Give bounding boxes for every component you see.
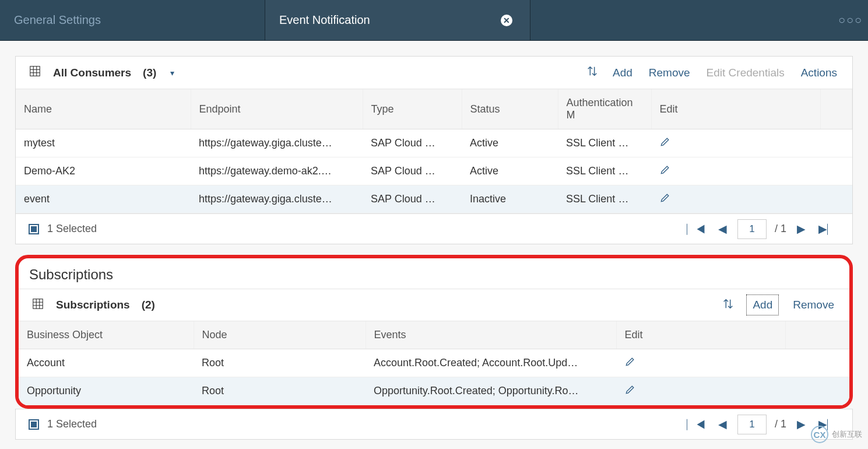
add-button[interactable]: Add (746, 294, 779, 315)
page-input[interactable] (737, 219, 767, 239)
col-bo[interactable]: Business Object (19, 321, 194, 349)
prev-page-icon[interactable]: ◀ (716, 222, 729, 236)
cell-status: Active (462, 157, 558, 185)
add-button[interactable]: Add (610, 63, 635, 83)
col-node[interactable]: Node (194, 321, 366, 349)
chevron-down-icon[interactable]: ▾ (170, 68, 174, 78)
cell-endpoint: https://gateway.giga.cluste… (191, 129, 363, 157)
table-row[interactable]: Demo-AK2 https://gateway.demo-ak2.… SAP … (16, 157, 852, 185)
cell-bo: Opportunity (19, 377, 194, 405)
subscriptions-count: (2) (142, 299, 155, 311)
tab-event-notification[interactable]: Event Notification ✕ (265, 0, 530, 40)
edit-icon[interactable] (659, 138, 671, 150)
col-edit[interactable]: Edit (616, 321, 785, 349)
table-row[interactable]: event https://gateway.giga.cluste… SAP C… (16, 185, 852, 213)
subscriptions-section-title: Subscriptions (19, 258, 849, 289)
cell-type: SAP Cloud … (363, 157, 462, 185)
page-total: / 1 (775, 418, 786, 430)
cell-auth: SSL Client … (558, 157, 651, 185)
next-page-icon[interactable]: ▶ (795, 222, 808, 236)
tab-empty (530, 0, 833, 40)
remove-button[interactable]: Remove (646, 63, 693, 83)
tab-bar: General Settings Event Notification ✕ ○○… (0, 0, 868, 41)
svg-rect-5 (33, 299, 43, 308)
logo-icon: CX (811, 426, 828, 443)
svg-rect-0 (30, 66, 40, 76)
cell-type: SAP Cloud … (363, 129, 462, 157)
sort-icon[interactable] (722, 297, 735, 313)
grid-icon[interactable] (31, 297, 44, 313)
page-total: / 1 (775, 223, 786, 235)
subscriptions-footer-panel: 1 Selected ⎸◀ ◀ / 1 ▶ ▶⎸ (15, 409, 853, 440)
col-events[interactable]: Events (366, 321, 616, 349)
cell-events: Account.Root.Created; Account.Root.Upd… (366, 349, 616, 377)
next-page-icon[interactable]: ▶ (795, 418, 808, 431)
subscriptions-footer: 1 Selected ⎸◀ ◀ / 1 ▶ ▶⎸ (16, 409, 852, 439)
edit-icon[interactable] (659, 166, 671, 178)
edit-icon[interactable] (659, 194, 671, 206)
cell-node: Root (194, 377, 366, 405)
page-input[interactable] (737, 415, 767, 434)
remove-button[interactable]: Remove (790, 295, 837, 315)
cell-bo: Account (19, 349, 194, 377)
tab-label: General Settings (14, 13, 101, 27)
actions-button[interactable]: Actions (799, 63, 839, 83)
tab-general-settings[interactable]: General Settings (0, 0, 265, 40)
cell-node: Root (194, 349, 366, 377)
cell-name: event (16, 185, 191, 213)
cell-auth: SSL Client … (558, 185, 651, 213)
cell-status: Active (462, 129, 558, 157)
table-row[interactable]: mytest https://gateway.giga.cluste… SAP … (16, 129, 852, 157)
col-spacer (785, 321, 849, 349)
cell-name: Demo-AK2 (16, 157, 191, 185)
col-name[interactable]: Name (16, 89, 191, 129)
edit-icon[interactable] (624, 386, 636, 398)
close-icon[interactable]: ✕ (501, 15, 512, 26)
first-page-icon[interactable]: ⎸◀ (684, 223, 708, 236)
col-status[interactable]: Status (462, 89, 558, 129)
last-page-icon[interactable]: ▶⎸ (816, 222, 839, 236)
col-edit[interactable]: Edit (651, 89, 820, 129)
col-auth[interactable]: Authentication M (558, 89, 651, 129)
watermark-logo: CX 创新互联 (811, 426, 862, 443)
col-endpoint[interactable]: Endpoint (191, 89, 363, 129)
consumers-table: Name Endpoint Type Status Authentication… (16, 89, 852, 213)
subscriptions-toolbar: Subscriptions (2) Add Remove (19, 289, 849, 321)
logo-text: 创新互联 (832, 429, 862, 440)
consumers-footer: 1 Selected ⎸◀ ◀ / 1 ▶ ▶⎸ (16, 213, 852, 244)
subscriptions-highlight: Subscriptions Subscriptions (2) Add Remo… (15, 255, 853, 409)
cell-status: Inactive (462, 185, 558, 213)
subscriptions-table: Business Object Node Events Edit Account… (19, 321, 849, 405)
cell-events: Opportunity.Root.Created; Opportunity.Ro… (366, 377, 616, 405)
edit-icon[interactable] (624, 358, 636, 370)
select-all-checkbox[interactable] (29, 224, 39, 234)
col-type[interactable]: Type (363, 89, 462, 129)
grid-icon[interactable] (29, 65, 41, 80)
selected-count: 1 Selected (47, 223, 97, 235)
first-page-icon[interactable]: ⎸◀ (684, 418, 708, 431)
selected-count: 1 Selected (47, 418, 97, 430)
consumers-panel: All Consumers (3) ▾ Add Remove Edit Cred… (15, 56, 853, 244)
cell-endpoint: https://gateway.giga.cluste… (191, 185, 363, 213)
cell-endpoint: https://gateway.demo-ak2.… (191, 157, 363, 185)
consumers-title: All Consumers (53, 66, 131, 79)
prev-page-icon[interactable]: ◀ (716, 418, 729, 431)
sort-icon[interactable] (586, 65, 599, 80)
more-icon[interactable]: ○○○ (833, 0, 868, 40)
cell-auth: SSL Client … (558, 129, 651, 157)
consumers-toolbar: All Consumers (3) ▾ Add Remove Edit Cred… (16, 57, 852, 89)
cell-type: SAP Cloud … (363, 185, 462, 213)
tab-label: Event Notification (279, 13, 370, 27)
consumers-count: (3) (143, 66, 156, 79)
subscriptions-title: Subscriptions (56, 299, 130, 311)
table-row[interactable]: Opportunity Root Opportunity.Root.Create… (19, 377, 849, 405)
edit-credentials-button: Edit Credentials (704, 63, 787, 83)
col-spacer (820, 89, 852, 129)
cell-name: mytest (16, 129, 191, 157)
table-row[interactable]: Account Root Account.Root.Created; Accou… (19, 349, 849, 377)
select-all-checkbox[interactable] (29, 419, 39, 430)
